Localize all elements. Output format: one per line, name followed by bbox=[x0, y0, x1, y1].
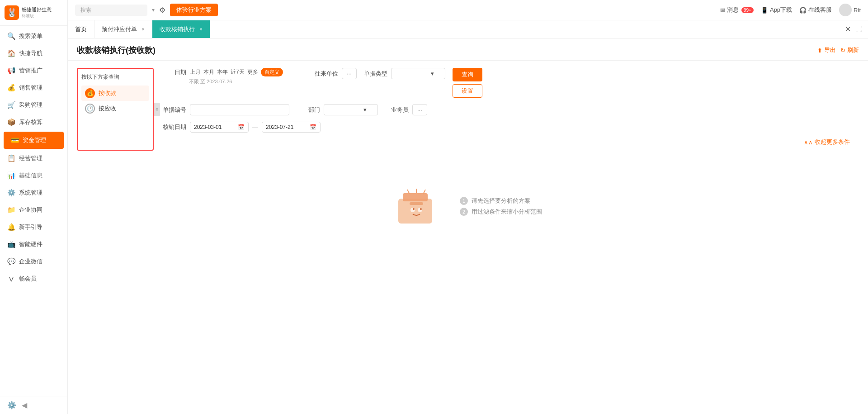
sidebar-item-purchase[interactable]: 🛒采购管理 bbox=[0, 96, 67, 114]
marketing-icon: 📢 bbox=[7, 67, 15, 75]
collapse-more-btn[interactable]: ∧∧ 收起更多条件 bbox=[163, 136, 859, 151]
industry-btn[interactable]: 体验行业方案 bbox=[170, 4, 218, 16]
tab-prepay-close[interactable]: × bbox=[142, 26, 145, 33]
offset-date-from[interactable]: 2023-03-01 📅 bbox=[190, 122, 249, 133]
shortcut-custom[interactable]: 自定义 bbox=[261, 68, 283, 76]
sidebar-item-basic-info[interactable]: 📊基础信息 bbox=[0, 167, 67, 184]
sidebar-item-system[interactable]: ⚙️系统管理 bbox=[0, 184, 67, 201]
page-content: 收款核销执行(按收款) ⬆ 导出 ↻ 刷新 按以下方案查询 bbox=[68, 38, 868, 414]
search-menu-icon: 🔍 bbox=[7, 32, 15, 40]
sidebar-item-label-purchase: 采购管理 bbox=[19, 101, 42, 109]
hint-text-1: 请先选择要分析的方案 bbox=[472, 197, 530, 205]
tab-prepay-label: 预付冲应付单 bbox=[102, 25, 137, 33]
sidebar-item-label-basic-info: 基础信息 bbox=[19, 171, 42, 180]
doc-no-field: 单据编号 bbox=[163, 104, 289, 115]
settings-icon[interactable]: ⚙️ bbox=[7, 401, 16, 409]
topbar-dropdown-arrow[interactable]: ▾ bbox=[152, 7, 155, 13]
query-btn[interactable]: 查询 bbox=[453, 68, 482, 81]
option-by-receivable[interactable]: 🕐 按应收 bbox=[81, 101, 149, 116]
partner-input[interactable]: ··· bbox=[342, 68, 357, 79]
sidebar-item-hardware[interactable]: 📺智能硬件 bbox=[0, 236, 67, 253]
online-service-btn[interactable]: 🎧 在线客服 bbox=[799, 6, 832, 14]
vip-icon: V bbox=[7, 275, 15, 283]
settings-btn[interactable]: 设置 bbox=[453, 84, 482, 98]
collapse-sidebar-icon[interactable]: ◀ bbox=[22, 401, 27, 409]
tab-close-all-icon[interactable]: ✕ bbox=[845, 25, 851, 33]
tab-expand-icon[interactable]: ⛶ bbox=[855, 25, 863, 33]
sidebar-item-label-sales: 销售管理 bbox=[19, 84, 42, 92]
sidebar-item-label-operation: 经营管理 bbox=[19, 154, 42, 162]
dept-select[interactable]: ▾ bbox=[324, 104, 378, 115]
shortcut-more[interactable]: 更多 bbox=[247, 68, 258, 76]
app-icon: 📱 bbox=[761, 7, 768, 14]
sidebar-item-label-inventory: 库存核算 bbox=[19, 118, 42, 126]
refresh-btn[interactable]: ↻ 刷新 bbox=[840, 46, 859, 54]
sidebar-item-finance[interactable]: 💳资金管理 bbox=[4, 132, 64, 149]
sidebar-item-label-marketing: 营销推广 bbox=[19, 67, 42, 75]
sidebar-item-inventory[interactable]: 📦库存核算 bbox=[0, 114, 67, 131]
shortcut-7days[interactable]: 近7天 bbox=[231, 68, 245, 76]
page-title: 收款核销执行(按收款) bbox=[77, 45, 156, 56]
by-receivable-label: 按应收 bbox=[99, 105, 116, 113]
shortcut-this-year[interactable]: 本年 bbox=[217, 68, 228, 76]
offset-date-to[interactable]: 2023-07-21 📅 bbox=[262, 122, 321, 133]
svg-point-5 bbox=[413, 208, 415, 210]
sidebar-item-sales[interactable]: 💰销售管理 bbox=[0, 79, 67, 96]
sidebar-item-guide[interactable]: 🔔新手引导 bbox=[0, 219, 67, 236]
row1: 日期 上月 本月 本年 近7天 更多 自定义 bbox=[163, 68, 859, 98]
sidebar-item-operation[interactable]: 📋经营管理 bbox=[0, 150, 67, 167]
tab-receipt-offset[interactable]: 收款核销执行 × bbox=[152, 20, 210, 38]
by-receipt-icon: 💰 bbox=[85, 88, 95, 98]
svg-point-6 bbox=[420, 208, 422, 210]
tab-home[interactable]: 首页 bbox=[68, 20, 94, 38]
sidebar-item-marketing[interactable]: 📢营销推广 bbox=[0, 62, 67, 79]
sidebar-logo: 🐰 畅捷通好生意 标准版 bbox=[0, 0, 67, 26]
message-btn[interactable]: ✉ 消息 99+ bbox=[720, 6, 754, 14]
message-badge: 99+ bbox=[741, 7, 754, 13]
doc-no-input[interactable] bbox=[190, 104, 289, 115]
topbar-left: 搜索 ▾ ⚙ 体验行业方案 bbox=[75, 4, 715, 16]
date-field-group: 日期 上月 本月 本年 近7天 更多 自定义 bbox=[163, 68, 307, 85]
user-info[interactable]: Rit bbox=[839, 4, 861, 16]
sidebar-item-label-wechat: 企业微信 bbox=[19, 257, 42, 266]
doc-type-label: 单据类型 bbox=[364, 70, 387, 78]
tab-receipt-label: 收款核销执行 bbox=[160, 25, 195, 33]
hardware-icon: 📺 bbox=[7, 240, 15, 248]
search-fields: 日期 上月 本月 本年 近7天 更多 自定义 bbox=[163, 68, 859, 136]
sidebar-item-vip[interactable]: V畅会员 bbox=[0, 270, 67, 287]
tab-prepay[interactable]: 预付冲应付单 × bbox=[94, 20, 152, 38]
doc-type-select[interactable]: ▾ bbox=[391, 68, 445, 79]
by-receivable-icon: 🕐 bbox=[85, 104, 95, 114]
date-separator: — bbox=[252, 124, 258, 131]
staff-input[interactable]: ··· bbox=[412, 104, 427, 115]
logo-title: 畅捷通好生意 bbox=[22, 6, 52, 13]
sidebar-item-enterprise[interactable]: 📁企业协同 bbox=[0, 201, 67, 219]
logo-badge: 标准版 bbox=[22, 13, 52, 19]
search-form-area: 日期 上月 本月 本年 近7天 更多 自定义 bbox=[163, 68, 859, 151]
dept-arrow: ▾ bbox=[363, 106, 367, 113]
topbar-search-box[interactable]: 搜索 bbox=[75, 5, 147, 16]
sidebar-bottom: ⚙️ ◀ bbox=[0, 396, 67, 414]
page-inner: 收款核销执行(按收款) ⬆ 导出 ↻ 刷新 按以下方案查询 bbox=[68, 38, 868, 414]
export-icon: ⬆ bbox=[817, 47, 822, 54]
shortcut-this-month[interactable]: 本月 bbox=[203, 68, 214, 76]
sidebar-item-label-hardware: 智能硬件 bbox=[19, 240, 42, 248]
empty-svg bbox=[394, 185, 439, 226]
empty-hint-1: 1 请先选择要分析的方案 bbox=[460, 197, 542, 205]
shortcut-last-month[interactable]: 上月 bbox=[190, 68, 201, 76]
tab-home-label: 首页 bbox=[75, 25, 87, 33]
empty-state: 1 请先选择要分析的方案 2 用过滤条件来缩小分析范围 bbox=[68, 185, 868, 227]
empty-hints: 1 请先选择要分析的方案 2 用过滤条件来缩小分析范围 bbox=[460, 197, 542, 216]
sidebar-item-quick-nav[interactable]: 🏠快捷导航 bbox=[0, 45, 67, 62]
sidebar-item-label-guide: 新手引导 bbox=[19, 223, 42, 231]
topbar-gear-icon[interactable]: ⚙ bbox=[159, 6, 165, 14]
sidebar-item-label-search-menu: 搜索菜单 bbox=[19, 32, 42, 40]
option-by-receipt[interactable]: 💰 按收款 bbox=[81, 86, 149, 101]
app-download-btn[interactable]: 📱 App下载 bbox=[761, 6, 792, 14]
filter-panel-collapse[interactable]: « bbox=[154, 103, 160, 116]
collapse-icon: « bbox=[156, 107, 158, 112]
sidebar-item-search-menu[interactable]: 🔍搜索菜单 bbox=[0, 28, 67, 45]
sidebar-item-wechat[interactable]: 💬企业微信 bbox=[0, 253, 67, 270]
tab-receipt-close[interactable]: × bbox=[199, 26, 203, 33]
export-btn[interactable]: ⬆ 导出 bbox=[817, 46, 836, 54]
